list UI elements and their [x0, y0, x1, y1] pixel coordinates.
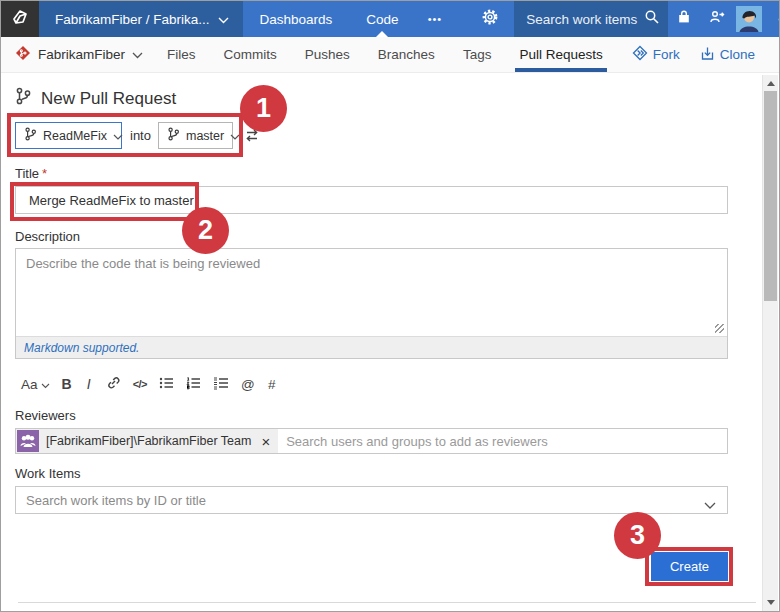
- nav-dashboards-label: Dashboards: [260, 12, 333, 27]
- gear-icon: [481, 8, 499, 30]
- numbered-list-icon: [186, 376, 201, 393]
- font-style-button[interactable]: Aa: [15, 377, 56, 392]
- git-branch-icon: [167, 127, 180, 144]
- mention-button[interactable]: @: [235, 377, 261, 392]
- resize-grip[interactable]: [715, 324, 724, 333]
- scrollbar-thumb[interactable]: [764, 91, 777, 301]
- tab-pull-requests[interactable]: Pull Requests: [505, 37, 616, 73]
- code-icon: </>: [133, 378, 147, 390]
- chevron-down-icon: [41, 377, 50, 392]
- repo-icon: [15, 45, 31, 64]
- reviewers-search-input[interactable]: [278, 434, 727, 449]
- tab-tags[interactable]: Tags: [449, 37, 506, 73]
- description-placeholder: Describe the code that is being reviewed: [26, 256, 260, 271]
- clone-icon: [700, 46, 715, 64]
- repo-selector[interactable]: FabrikamFiber: [1, 45, 153, 64]
- formatting-toolbar: Aa B I </> @ #: [15, 372, 283, 396]
- link-icon: [106, 375, 121, 393]
- repo-name-label: FabrikamFiber: [38, 47, 125, 62]
- project-selector-label: FabrikamFiber / Fabrika...: [55, 12, 210, 27]
- repo-actions: Fork Clone: [632, 45, 780, 64]
- link-button[interactable]: [100, 375, 127, 393]
- italic-button[interactable]: I: [78, 376, 100, 392]
- work-item-link-button[interactable]: #: [261, 377, 283, 392]
- numbered-list-button[interactable]: [180, 376, 207, 393]
- description-label: Description: [15, 229, 80, 244]
- repo-nav-bar: FabrikamFiber Files Commits Pushes Branc…: [1, 37, 780, 73]
- clone-button[interactable]: Clone: [700, 46, 755, 64]
- chevron-down-icon: [230, 129, 240, 143]
- source-branch-dropdown[interactable]: ReadMeFix: [15, 122, 122, 149]
- tab-commits[interactable]: Commits: [210, 37, 291, 73]
- work-items-input-row: [15, 486, 728, 514]
- hash-icon: #: [268, 377, 276, 392]
- pull-request-icon: [15, 87, 32, 110]
- reviewers-label: Reviewers: [15, 408, 76, 423]
- tab-pushes[interactable]: Pushes: [291, 37, 364, 73]
- reviewer-chip-label: [FabrikamFiber]\FabrikamFiber Team: [39, 434, 259, 448]
- callout-step-3: 3: [614, 512, 661, 559]
- work-items-label: Work Items: [15, 466, 81, 481]
- settings-button[interactable]: [474, 1, 506, 37]
- page-title-text: New Pull Request: [41, 89, 176, 109]
- description-footer: Markdown supported.: [16, 336, 727, 358]
- chevron-down-icon: [113, 129, 123, 143]
- at-icon: @: [241, 377, 255, 392]
- vsts-logo[interactable]: [1, 1, 39, 37]
- swap-arrows-icon: [244, 129, 260, 146]
- chevron-down-icon: [218, 12, 229, 27]
- title-label: Title*: [15, 166, 47, 181]
- top-nav-bar: FabrikamFiber / Fabrika... Dashboards Co…: [1, 1, 780, 37]
- nav-overflow-button[interactable]: •••: [416, 13, 455, 25]
- chevron-down-icon: [132, 47, 143, 62]
- bullet-list-button[interactable]: [153, 376, 180, 393]
- shopping-bag-icon: [676, 9, 692, 29]
- bullet-list-icon: [159, 376, 174, 393]
- search-box[interactable]: [514, 1, 668, 37]
- team-group-icon: [17, 430, 39, 452]
- into-label: into: [130, 128, 151, 143]
- description-textarea[interactable]: Describe the code that is being reviewed: [16, 249, 727, 336]
- remove-reviewer-icon[interactable]: ×: [259, 434, 278, 449]
- required-marker: *: [42, 166, 47, 181]
- topbar-right-overflow-button[interactable]: •••: [766, 13, 780, 25]
- work-items-search-input[interactable]: [15, 486, 728, 514]
- ellipsis-icon: •••: [428, 13, 443, 25]
- clone-label: Clone: [720, 47, 755, 62]
- bottom-divider: [18, 602, 756, 603]
- new-pull-request-page: FabrikamFiber / Fabrika... Dashboards Co…: [0, 0, 780, 612]
- feedback-button[interactable]: [700, 1, 732, 37]
- callout-step-2: 2: [182, 207, 229, 254]
- fork-icon: [632, 45, 648, 64]
- fork-button[interactable]: Fork: [632, 45, 680, 64]
- project-selector[interactable]: FabrikamFiber / Fabrika...: [39, 1, 243, 37]
- tab-branches[interactable]: Branches: [364, 37, 449, 73]
- code-button[interactable]: </>: [127, 378, 153, 390]
- task-list-button[interactable]: [207, 376, 235, 393]
- reviewer-chip[interactable]: [FabrikamFiber]\FabrikamFiber Team ×: [16, 429, 278, 453]
- bold-button[interactable]: B: [56, 376, 78, 392]
- fork-label: Fork: [653, 47, 680, 62]
- scroll-up-arrow-icon[interactable]: [767, 81, 775, 86]
- markdown-supported-link[interactable]: Markdown supported.: [24, 341, 139, 355]
- vsts-logo-icon: [10, 7, 30, 31]
- avatar[interactable]: [736, 6, 762, 32]
- source-branch-label: ReadMeFix: [43, 129, 107, 143]
- create-button[interactable]: Create: [651, 552, 728, 581]
- feedback-person-icon: [708, 9, 725, 29]
- target-branch-label: master: [186, 129, 224, 143]
- target-branch-dropdown[interactable]: master: [158, 122, 233, 149]
- scroll-down-arrow-icon[interactable]: [767, 600, 775, 605]
- callout-step-1: 1: [240, 85, 287, 132]
- search-input[interactable]: [526, 12, 644, 27]
- vertical-scrollbar[interactable]: [762, 75, 778, 611]
- active-tab-underline: [515, 68, 606, 72]
- page-title: New Pull Request: [15, 87, 176, 110]
- nav-code[interactable]: Code: [349, 1, 415, 37]
- description-container: Describe the code that is being reviewed…: [15, 248, 728, 359]
- nav-dashboards[interactable]: Dashboards: [243, 1, 350, 37]
- title-input[interactable]: [15, 186, 728, 214]
- marketplace-button[interactable]: [668, 1, 700, 37]
- search-icon[interactable]: [644, 9, 660, 29]
- tab-files[interactable]: Files: [153, 37, 210, 73]
